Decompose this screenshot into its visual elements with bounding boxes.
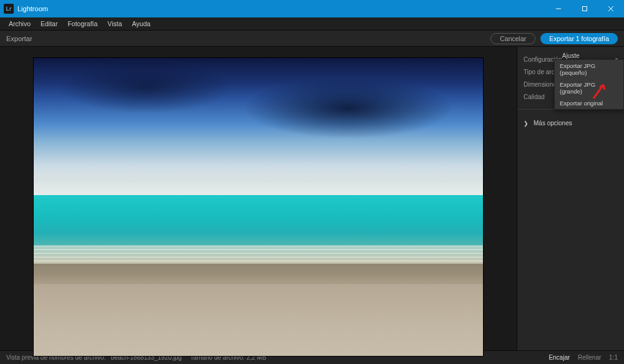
zoom-fit[interactable]: Encajar — [548, 354, 570, 361]
preset-dropdown: Exportar JPG (pequeño) Exportar JPG (gra… — [554, 59, 624, 110]
menu-archivo[interactable]: Archivo — [4, 20, 36, 27]
preview-area — [0, 47, 517, 350]
image-preview[interactable] — [34, 58, 483, 356]
menu-vista[interactable]: Vista — [102, 20, 127, 27]
settings-panel: Configuración Ajuste preestablecido ▾ Ex… — [517, 47, 624, 350]
menu-editar[interactable]: Editar — [36, 20, 62, 27]
export-button[interactable]: Exportar 1 fotografía — [540, 33, 618, 44]
svg-rect-1 — [583, 7, 587, 11]
preset-option-large[interactable]: Exportar JPG (grande) — [555, 79, 623, 97]
more-options-label: Más opciones — [534, 120, 572, 127]
window-title: Lightroom — [17, 5, 545, 12]
minimize-button[interactable] — [545, 0, 572, 17]
cancel-button[interactable]: Cancelar — [490, 33, 535, 44]
preset-option-small[interactable]: Exportar JPG (pequeño) — [555, 60, 623, 79]
close-button[interactable] — [598, 0, 624, 17]
zoom-1to1[interactable]: 1:1 — [609, 354, 618, 361]
chevron-right-icon: ❯ — [524, 120, 529, 127]
maximize-button[interactable] — [572, 0, 598, 17]
page-title: Exportar — [6, 35, 490, 42]
command-bar: Exportar Cancelar Exportar 1 fotografía — [0, 31, 624, 47]
more-options-toggle[interactable]: ❯ Más opciones — [517, 116, 624, 130]
zoom-fill[interactable]: Rellenar — [578, 354, 601, 361]
menu-ayuda[interactable]: Ayuda — [127, 20, 155, 27]
preset-option-original[interactable]: Exportar original — [555, 97, 623, 109]
app-icon: Lr — [4, 4, 14, 14]
menu-fotografia[interactable]: Fotografía — [62, 20, 102, 27]
window-titlebar: Lr Lightroom — [0, 0, 624, 17]
menu-bar: Archivo Editar Fotografía Vista Ayuda — [0, 17, 624, 31]
